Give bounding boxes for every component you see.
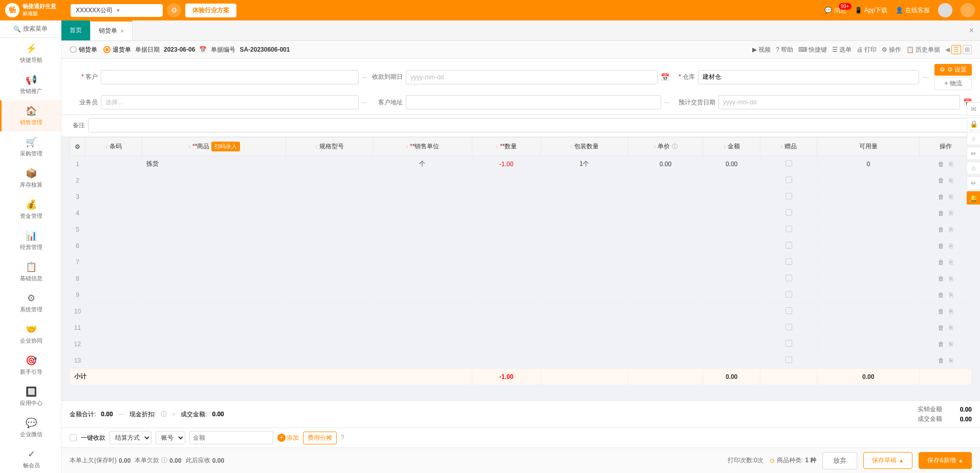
row-amount[interactable]	[703, 303, 760, 320]
row-pack-qty[interactable]	[541, 189, 628, 205]
gift-checkbox[interactable]	[786, 324, 792, 330]
row-spec[interactable]	[286, 303, 373, 320]
sidebar-item-system[interactable]: ⚙ 系统管理	[0, 287, 61, 319]
row-gift[interactable]	[760, 303, 817, 320]
gift-checkbox[interactable]	[786, 193, 792, 199]
row-barcode[interactable]	[85, 336, 142, 352]
row-quantity[interactable]	[472, 320, 540, 336]
payment-calendar-icon[interactable]: 📅	[661, 73, 669, 81]
delete-icon[interactable]: 🗑	[938, 308, 944, 315]
row-product[interactable]	[142, 189, 286, 205]
row-unit[interactable]	[373, 271, 472, 287]
row-unit[interactable]	[373, 172, 472, 189]
customer-input[interactable]	[101, 70, 359, 84]
price-info-icon[interactable]: ⓘ	[672, 143, 678, 149]
row-amount[interactable]: 0.00	[703, 156, 760, 172]
history-btn[interactable]: 📋 历史单据	[906, 46, 940, 54]
copy-icon[interactable]: ⎘	[949, 226, 953, 233]
row-pack-qty[interactable]	[541, 205, 628, 221]
row-amount[interactable]	[703, 189, 760, 205]
copy-icon[interactable]: ⎘	[949, 324, 953, 331]
expense-btn[interactable]: 费用分摊	[303, 432, 337, 444]
delete-icon[interactable]: 🗑	[938, 193, 944, 200]
row-amount[interactable]	[703, 254, 760, 271]
online-support-btn[interactable]: 👤 在线客服	[896, 6, 930, 15]
row-unit-price[interactable]	[628, 254, 703, 271]
row-spec[interactable]	[286, 320, 373, 336]
total-owe-info-icon[interactable]: ⓘ	[161, 456, 167, 465]
row-unit-price[interactable]	[628, 238, 703, 254]
customer-dots[interactable]: ···	[362, 74, 367, 81]
row-pack-qty[interactable]	[541, 320, 628, 336]
row-unit-price[interactable]	[628, 352, 703, 369]
row-product[interactable]	[142, 271, 286, 287]
row-pack-qty[interactable]	[541, 303, 628, 320]
row-amount[interactable]	[703, 336, 760, 352]
save-draft-btn[interactable]: 保存草稿 ▲	[863, 452, 912, 469]
radio-sales[interactable]: 销货单	[70, 46, 97, 54]
row-unit-price[interactable]	[628, 189, 703, 205]
copy-icon[interactable]: ⎘	[949, 259, 953, 266]
row-barcode[interactable]	[85, 352, 142, 369]
row-amount[interactable]	[703, 320, 760, 336]
row-product[interactable]: 拣货	[142, 156, 286, 172]
gift-checkbox[interactable]	[786, 209, 792, 216]
row-amount[interactable]	[703, 271, 760, 287]
row-spec[interactable]	[286, 271, 373, 287]
customer-address-input[interactable]	[406, 95, 661, 109]
row-barcode[interactable]	[85, 221, 142, 238]
row-unit[interactable]	[373, 303, 472, 320]
copy-icon[interactable]: ⎘	[949, 341, 953, 348]
row-spec[interactable]	[286, 172, 373, 189]
grid-view-icon[interactable]: ⊞	[963, 45, 972, 54]
sidebar-item-member[interactable]: ✓ 畅会员	[0, 443, 61, 473]
row-unit-price[interactable]	[628, 221, 703, 238]
copy-icon[interactable]: ⎘	[949, 275, 953, 282]
row-quantity[interactable]	[472, 303, 540, 320]
delete-icon[interactable]: 🗑	[938, 161, 944, 168]
row-unit-price[interactable]	[628, 172, 703, 189]
rsf-btn-1[interactable]: ✉	[967, 102, 980, 116]
row-pack-qty[interactable]: 1个	[541, 156, 628, 172]
list-view-icon[interactable]: ☰	[951, 45, 961, 54]
search-menu[interactable]: 🔍 搜索菜单	[0, 20, 61, 38]
row-spec[interactable]	[286, 336, 373, 352]
trial-btn[interactable]: 体验行业方案	[185, 4, 236, 17]
help-btn[interactable]: ? 帮助	[776, 46, 793, 54]
row-unit[interactable]	[373, 238, 472, 254]
row-gift[interactable]	[760, 189, 817, 205]
row-pack-qty[interactable]	[541, 352, 628, 369]
delete-icon[interactable]: 🗑	[938, 291, 944, 299]
row-unit[interactable]	[373, 205, 472, 221]
row-amount[interactable]	[703, 287, 760, 303]
row-pack-qty[interactable]	[541, 221, 628, 238]
calendar-icon[interactable]: 📅	[199, 46, 207, 53]
settings-btn[interactable]: ⚙ ⚙ 设置	[934, 64, 972, 76]
operate-btn[interactable]: ⚙ 操作	[882, 46, 901, 54]
sidebar-item-sales[interactable]: 🏠 销售管理	[0, 100, 61, 131]
row-unit-price[interactable]	[628, 303, 703, 320]
row-pack-qty[interactable]	[541, 238, 628, 254]
delete-icon[interactable]: 🗑	[938, 324, 944, 331]
row-product[interactable]	[142, 320, 286, 336]
row-unit-price[interactable]	[628, 287, 703, 303]
expected-delivery-input[interactable]: yyyy-mm-dd	[718, 95, 960, 109]
prev-icon[interactable]: ◀	[945, 46, 950, 53]
row-barcode[interactable]	[85, 238, 142, 254]
row-unit[interactable]	[373, 352, 472, 369]
scan-btn[interactable]: 扫码录入	[211, 142, 240, 151]
salesperson-dots[interactable]: ···	[362, 99, 367, 106]
row-gift[interactable]	[760, 172, 817, 189]
row-amount[interactable]	[703, 238, 760, 254]
calc-method-select[interactable]: 结算方式	[110, 431, 151, 444]
row-gift[interactable]	[760, 271, 817, 287]
row-barcode[interactable]	[85, 271, 142, 287]
row-product[interactable]	[142, 238, 286, 254]
cash-discount-info-icon[interactable]: ⓘ	[161, 410, 167, 419]
print-btn[interactable]: 🖨 打印	[857, 46, 877, 54]
amount-input[interactable]	[189, 431, 273, 444]
row-spec[interactable]	[286, 189, 373, 205]
copy-icon[interactable]: ⎘	[949, 308, 953, 315]
delete-icon[interactable]: 🗑	[938, 226, 944, 233]
delete-icon[interactable]: 🗑	[938, 275, 944, 282]
